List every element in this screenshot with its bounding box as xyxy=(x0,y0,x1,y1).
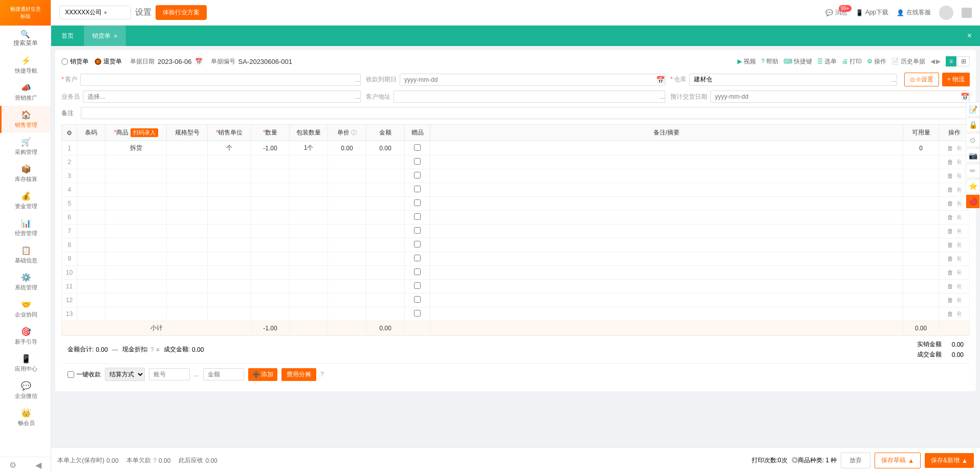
copy-icon[interactable]: ⎘ xyxy=(957,145,961,152)
td-barcode[interactable] xyxy=(77,141,105,155)
tabbar-close-btn[interactable]: × xyxy=(967,31,980,40)
delete-icon[interactable]: 🗑 xyxy=(947,159,953,166)
logistics-btn[interactable]: + 物流 xyxy=(942,73,970,86)
toolbar-shortcut[interactable]: ⌨ 快捷键 xyxy=(783,57,812,66)
sidebar-item-inventory[interactable]: 📦 库存核算 xyxy=(0,160,51,187)
copy-icon[interactable]: ⎘ xyxy=(957,186,961,193)
warehouse-input[interactable] xyxy=(690,74,889,85)
td-barcode[interactable] xyxy=(77,211,105,224)
delete-icon[interactable]: 🗑 xyxy=(947,145,953,152)
delete-icon[interactable]: 🗑 xyxy=(947,228,953,235)
sidebar-item-purchase[interactable]: 🛒 采购管理 xyxy=(0,133,51,160)
copy-icon[interactable]: ⎘ xyxy=(957,159,961,166)
account-more-btn[interactable]: ... xyxy=(194,371,199,378)
toolbar-history[interactable]: 📄 历史单据 xyxy=(891,57,925,66)
customer-addr-input[interactable] xyxy=(394,91,658,102)
sale-radio-input[interactable] xyxy=(61,58,68,65)
sidebar-collapse-btn[interactable]: ◀ xyxy=(35,460,41,470)
notes-input[interactable] xyxy=(81,107,970,119)
copy-icon[interactable]: ⎘ xyxy=(957,241,961,249)
td-barcode[interactable] xyxy=(77,224,105,238)
td-gift[interactable] xyxy=(405,252,430,266)
tab-sale-order[interactable]: 销货单 × xyxy=(84,26,126,46)
td-barcode[interactable] xyxy=(77,238,105,252)
td-gift[interactable] xyxy=(405,169,430,183)
sidebar-item-finance[interactable]: 💰 资金管理 xyxy=(0,187,51,214)
message-btn[interactable]: 💬 消息 99+ xyxy=(825,8,847,17)
td-gift[interactable] xyxy=(405,183,430,197)
td-barcode[interactable] xyxy=(77,197,105,211)
sidebar-item-system[interactable]: ⚙️ 系统管理 xyxy=(0,268,51,296)
toolbar-video[interactable]: ▶ 视频 xyxy=(737,57,756,66)
online-service-btn[interactable]: 👤 在线客服 xyxy=(897,8,931,17)
sidebar-item-marketing[interactable]: 📣 营销推广 xyxy=(0,79,51,106)
td-gift[interactable] xyxy=(405,211,430,224)
td-barcode[interactable] xyxy=(77,169,105,183)
toolbar-print[interactable]: 🖨 打印 xyxy=(842,57,862,66)
td-barcode[interactable] xyxy=(77,155,105,169)
copy-icon[interactable]: ⎘ xyxy=(957,214,961,221)
scan-btn[interactable]: 扫码录入 xyxy=(130,128,158,137)
delete-icon[interactable]: 🗑 xyxy=(947,200,953,207)
sidebar-item-basic-info[interactable]: 📋 基础信息 xyxy=(0,241,51,268)
payment-date-input[interactable] xyxy=(400,74,656,85)
copy-icon[interactable]: ⎘ xyxy=(957,255,961,262)
return-radio-input[interactable] xyxy=(95,58,101,65)
td-gift[interactable] xyxy=(405,307,430,321)
calendar-icon[interactable]: 📅 xyxy=(195,58,203,65)
list-view-btn[interactable]: ≡ xyxy=(946,56,956,66)
sidebar-settings-btn[interactable]: ⚙ xyxy=(9,460,16,470)
question-icon[interactable]: ? xyxy=(150,346,154,353)
td-barcode[interactable] xyxy=(77,183,105,197)
company-selector[interactable]: XXXXXX公司 ▾ xyxy=(59,6,131,19)
fee-help-icon[interactable]: ? xyxy=(320,371,324,378)
grid-view-btn[interactable]: ⊞ xyxy=(957,56,970,66)
tab-close-icon[interactable]: × xyxy=(114,32,118,40)
td-barcode[interactable] xyxy=(77,266,105,280)
toolbar-help[interactable]: ? 帮助 xyxy=(761,57,778,66)
sidebar-item-operations[interactable]: 📊 经营管理 xyxy=(0,214,51,241)
one-click-checkbox[interactable] xyxy=(68,371,74,378)
staff-input[interactable] xyxy=(83,91,353,102)
float-btn-7[interactable]: 🔴 xyxy=(966,194,980,209)
td-gift[interactable] xyxy=(405,238,430,252)
float-btn-4[interactable]: 📷 xyxy=(966,148,980,163)
sidebar-item-guide[interactable]: 🎯 新手引导 xyxy=(0,323,51,350)
td-gift[interactable] xyxy=(405,280,430,294)
td-gift[interactable] xyxy=(405,155,430,169)
delivery-date-input[interactable] xyxy=(711,91,961,102)
app-download-btn[interactable]: 📱 App下载 xyxy=(856,8,888,17)
copy-icon[interactable]: ⎘ xyxy=(957,228,961,235)
question-icon2[interactable]: ? xyxy=(153,457,157,464)
td-barcode[interactable] xyxy=(77,252,105,266)
delete-icon[interactable]: 🗑 xyxy=(947,269,953,276)
topbar-gear-icon[interactable]: 设置 xyxy=(135,7,151,18)
type-sale-radio[interactable]: 销货单 xyxy=(61,57,89,66)
sidebar-item-quick-nav[interactable]: ⚡ 快捷导航 xyxy=(0,52,51,79)
type-return-radio[interactable]: 退货单 xyxy=(95,57,122,66)
save-new-btn[interactable]: 保存&新增 ▲ xyxy=(925,453,974,468)
settings-icon[interactable]: ⚙ xyxy=(67,129,72,137)
td-barcode[interactable] xyxy=(77,280,105,294)
delete-icon[interactable]: 🗑 xyxy=(947,186,953,193)
delete-icon[interactable]: 🗑 xyxy=(947,283,953,290)
copy-icon[interactable]: ⎘ xyxy=(957,269,961,276)
set-btn[interactable]: ⊙ ⊙设置 xyxy=(904,73,939,86)
tab-home[interactable]: 首页 xyxy=(51,26,84,46)
td-gift[interactable] xyxy=(405,141,430,155)
trial-btn[interactable]: 体验行业方案 xyxy=(156,5,207,20)
delivery-date-calendar-icon[interactable]: 📅 xyxy=(961,93,969,101)
sidebar-item-app-center[interactable]: 📱 应用中心 xyxy=(0,350,51,377)
customer-more-btn[interactable]: ... xyxy=(355,76,360,83)
sidebar-item-member[interactable]: 👑 畅会员 xyxy=(0,404,51,431)
sidebar-item-sales[interactable]: 🏠 销售管理 xyxy=(0,106,51,133)
customer-input[interactable] xyxy=(81,74,353,85)
toolbar-operation[interactable]: ⚙ 操作 xyxy=(867,57,886,66)
warehouse-more-btn[interactable]: ... xyxy=(891,76,897,83)
td-barcode[interactable] xyxy=(77,294,105,307)
customer-addr-more-btn[interactable]: ... xyxy=(660,93,665,100)
delete-icon[interactable]: 🗑 xyxy=(947,172,953,179)
float-btn-1[interactable]: 📝 xyxy=(966,102,980,117)
payment-date-calendar-icon[interactable]: 📅 xyxy=(656,76,665,84)
delete-icon[interactable]: 🗑 xyxy=(947,241,953,249)
